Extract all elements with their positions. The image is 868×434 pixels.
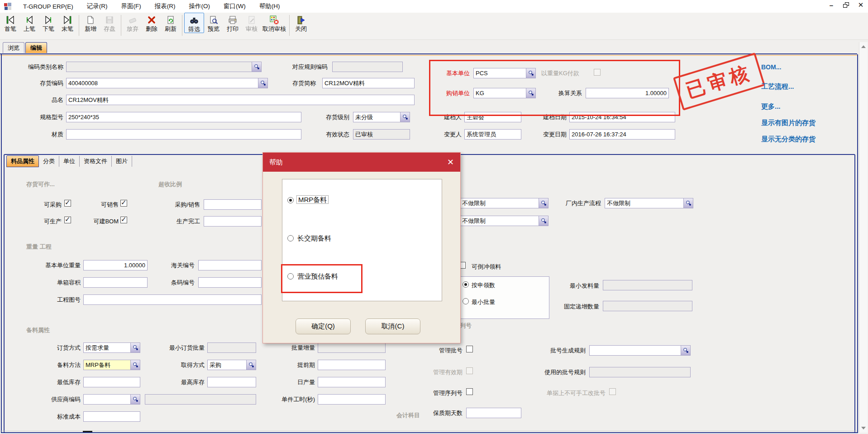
box-volume-field[interactable] xyxy=(83,277,148,288)
material-field[interactable] xyxy=(66,129,301,140)
order-mode-field[interactable]: 按需求量 xyxy=(83,342,140,353)
last-record-button[interactable]: 末笔 xyxy=(58,13,77,32)
lookup-icon[interactable] xyxy=(130,360,140,370)
help-dialog-header[interactable]: 帮助 ✕ xyxy=(263,153,460,172)
restore-button[interactable] xyxy=(843,2,849,8)
supplier-code-field[interactable] xyxy=(83,394,140,405)
tab-edit[interactable]: 编辑 xyxy=(25,42,47,53)
scroll-down-icon[interactable] xyxy=(859,424,868,433)
level-field[interactable]: 未分级 xyxy=(353,112,410,122)
lookup-icon[interactable] xyxy=(246,360,256,370)
lead-time-field[interactable] xyxy=(318,360,386,370)
menu-record[interactable]: 记录(R) xyxy=(80,1,114,12)
item-code-field[interactable]: 400400008 xyxy=(66,78,268,88)
acquire-mode-field[interactable]: 采购 xyxy=(207,360,256,370)
show-unclassified-link[interactable]: 显示无分类的存货 xyxy=(761,135,816,144)
tab-item-attributes[interactable]: 料品属性 xyxy=(6,155,39,167)
lookup-icon[interactable] xyxy=(539,216,548,226)
factory-flow-field[interactable]: 不做限制 xyxy=(605,198,693,208)
bom-link[interactable]: BOM... xyxy=(761,63,781,71)
scroll-up-icon[interactable] xyxy=(859,42,868,51)
tab-picture[interactable]: 图片 xyxy=(112,156,132,167)
lookup-icon[interactable] xyxy=(681,346,690,355)
lookup-icon[interactable] xyxy=(526,88,535,98)
manage-batch-checkbox[interactable] xyxy=(466,346,473,352)
rule-code-field[interactable] xyxy=(332,62,403,72)
item-abbr-field[interactable]: CR12MOV精料 xyxy=(322,78,415,88)
trade-unit-field[interactable]: KG xyxy=(473,88,536,98)
std-cost-field[interactable] xyxy=(83,411,140,422)
cancel-audit-button[interactable]: 取消审核 xyxy=(261,13,287,32)
by-request-radio[interactable] xyxy=(463,281,469,288)
base-unit-field[interactable]: PCS xyxy=(473,68,536,78)
prep-method-field[interactable]: MRP备料 xyxy=(83,360,140,370)
process-flow-link[interactable]: 工艺流程... xyxy=(761,82,794,91)
manage-serial-checkbox[interactable] xyxy=(466,388,473,395)
lookup-icon[interactable] xyxy=(130,395,140,404)
dialog-close-icon[interactable]: ✕ xyxy=(447,157,454,167)
min-order-field[interactable] xyxy=(207,342,256,353)
base-weight-field[interactable]: 1.00000 xyxy=(83,260,148,270)
long-leadtime-radio[interactable] xyxy=(287,235,294,241)
vertical-scrollbar[interactable] xyxy=(859,42,868,433)
add-button[interactable]: 新增 xyxy=(81,13,100,32)
batch-increment-field[interactable] xyxy=(318,342,386,353)
can-sale-checkbox[interactable] xyxy=(120,200,127,207)
first-record-button[interactable]: 首笔 xyxy=(1,13,20,32)
menu-operation[interactable]: 操作(O) xyxy=(182,1,217,12)
more-link[interactable]: 更多... xyxy=(761,102,781,111)
menu-interface[interactable]: 界面(F) xyxy=(114,1,148,12)
next-record-button[interactable]: 下笔 xyxy=(39,13,58,32)
customs-code-field[interactable] xyxy=(198,260,262,270)
long-leadtime-label[interactable]: 长交期备料 xyxy=(297,234,331,243)
menu-help[interactable]: 帮助(H) xyxy=(253,1,287,12)
lookup-icon[interactable] xyxy=(526,68,535,78)
refresh-button[interactable]: 刷新 xyxy=(161,13,180,32)
minimize-button[interactable]: – xyxy=(827,1,836,9)
barcode-field[interactable] xyxy=(198,277,262,288)
drawing-no-field[interactable] xyxy=(83,294,262,305)
close-button[interactable]: 关闭 xyxy=(291,13,310,32)
cancel-button[interactable]: 取消(C) xyxy=(365,318,420,334)
shelf-life-field[interactable] xyxy=(466,408,521,418)
over-purchase-sale-field[interactable] xyxy=(204,199,262,210)
tab-browse[interactable]: 浏览 xyxy=(3,42,24,53)
lookup-icon[interactable] xyxy=(258,78,267,88)
delete-button[interactable]: 删除 xyxy=(142,13,161,32)
ok-button[interactable]: 确定(Q) xyxy=(296,318,351,334)
restriction-field-2[interactable]: 不做限制 xyxy=(460,216,548,226)
daily-output-field[interactable] xyxy=(318,377,386,387)
tab-classification[interactable]: 分类 xyxy=(39,156,59,167)
tab-qualification-files[interactable]: 资格文件 xyxy=(80,156,112,167)
fixed-increment-field[interactable] xyxy=(603,301,692,311)
code-category-field[interactable] xyxy=(66,62,262,72)
close-window-button[interactable]: ✕ xyxy=(856,1,865,9)
conversion-field[interactable]: 1.00000 xyxy=(586,88,669,98)
min-stock-field[interactable] xyxy=(83,377,140,387)
unit-hours-field[interactable] xyxy=(318,394,386,405)
show-with-picture-link[interactable]: 显示有图片的存货 xyxy=(761,119,816,127)
print-button[interactable]: 打印 xyxy=(223,13,242,32)
sales-forecast-radio[interactable] xyxy=(287,273,294,280)
menu-window[interactable]: 窗口(W) xyxy=(217,1,253,12)
sales-forecast-label[interactable]: 营业预估备料 xyxy=(297,272,338,281)
item-name-field[interactable]: CR12MOV精料 xyxy=(66,95,415,105)
mrp-prep-radio[interactable] xyxy=(287,197,294,203)
tab-unit[interactable]: 单位 xyxy=(59,156,80,167)
mrp-prep-label[interactable]: MRP备料 xyxy=(296,196,329,204)
lookup-icon[interactable] xyxy=(130,343,140,352)
batch-rule-field[interactable] xyxy=(589,345,691,356)
can-bom-checkbox[interactable] xyxy=(120,217,127,223)
min-issue-field[interactable] xyxy=(603,280,692,290)
menu-report[interactable]: 报表(R) xyxy=(148,1,182,12)
can-produce-checkbox[interactable] xyxy=(64,217,71,223)
max-stock-field[interactable] xyxy=(207,377,256,387)
lookup-icon[interactable] xyxy=(539,198,548,208)
filter-button[interactable]: 筛选 xyxy=(184,13,204,33)
preview-button[interactable]: 预览 xyxy=(204,13,223,32)
over-production-field[interactable] xyxy=(204,216,262,227)
restriction-field-1[interactable]: 不做限制 xyxy=(460,198,548,208)
can-purchase-checkbox[interactable] xyxy=(64,200,71,207)
lookup-icon[interactable] xyxy=(683,198,693,208)
lookup-icon[interactable] xyxy=(252,62,261,72)
